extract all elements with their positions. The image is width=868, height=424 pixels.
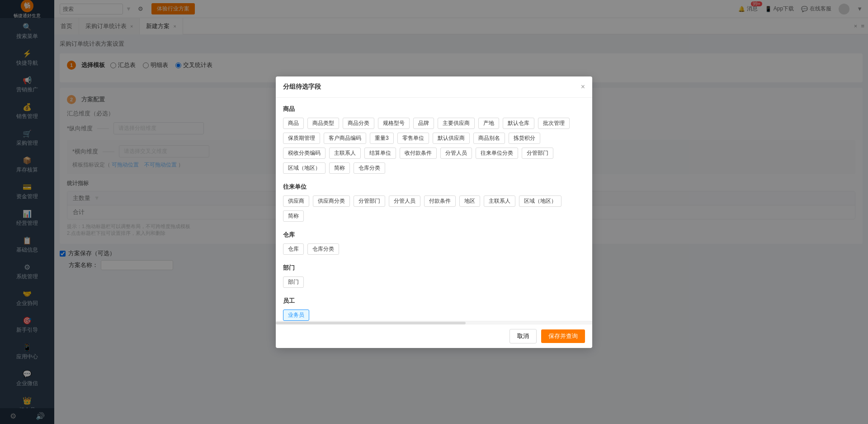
field-tag[interactable]: 产地 bbox=[478, 118, 499, 129]
cancel-button[interactable]: 取消 bbox=[509, 329, 537, 343]
scrollbar-thumb bbox=[276, 322, 466, 324]
modal-body[interactable]: 商品 商品 商品类型 商品分类 规格型号 品牌 主要供应商 产地 默认仓库 批次… bbox=[276, 98, 592, 321]
field-tag[interactable]: 零售单位 bbox=[397, 133, 429, 144]
field-tag[interactable]: 规格型号 bbox=[378, 118, 410, 129]
field-tag[interactable]: 简称 bbox=[283, 210, 304, 222]
section-commodity: 商品 商品 商品类型 商品分类 规格型号 品牌 主要供应商 产地 默认仓库 批次… bbox=[283, 105, 585, 174]
field-tag[interactable]: 税收分类编码 bbox=[283, 148, 326, 159]
section-partner: 往来单位 供应商 供应商分类 分管部门 分管人员 付款条件 地区 主联系人 区域… bbox=[283, 183, 585, 222]
section-partner-title: 往来单位 bbox=[283, 183, 585, 191]
field-tag[interactable]: 区域（地区） bbox=[283, 162, 326, 174]
field-tag[interactable]: 收付款条件 bbox=[400, 148, 437, 159]
field-tag[interactable]: 默认供应商 bbox=[433, 133, 470, 144]
section-commodity-title: 商品 bbox=[283, 105, 585, 113]
field-tag[interactable]: 分管部门 bbox=[354, 195, 385, 207]
section-warehouse: 仓库 仓库 仓库分类 bbox=[283, 231, 585, 255]
field-tag[interactable]: 供应商分类 bbox=[313, 195, 350, 207]
field-tag[interactable]: 主联系人 bbox=[329, 148, 361, 159]
section-warehouse-title: 仓库 bbox=[283, 231, 585, 239]
field-tag[interactable]: 仓库分类 bbox=[354, 162, 385, 174]
field-tag[interactable]: 仓库分类 bbox=[307, 243, 339, 255]
field-tag[interactable]: 区域（地区） bbox=[519, 195, 561, 207]
field-tag[interactable]: 简称 bbox=[329, 162, 350, 174]
section-employee-tags: 业务员 bbox=[283, 310, 585, 321]
modal-footer: 取消 保存并查询 bbox=[276, 324, 592, 348]
horizontal-scrollbar[interactable] bbox=[276, 321, 592, 324]
section-warehouse-tags: 仓库 仓库分类 bbox=[283, 243, 585, 255]
field-tag[interactable]: 供应商 bbox=[283, 195, 309, 207]
field-tag[interactable]: 默认仓库 bbox=[503, 118, 534, 129]
modal-title: 分组待选字段 bbox=[283, 83, 321, 91]
field-tag[interactable]: 分管部门 bbox=[522, 148, 553, 159]
field-tag[interactable]: 分管人员 bbox=[440, 148, 472, 159]
section-department: 部门 部门 bbox=[283, 264, 585, 288]
field-tag[interactable]: 品牌 bbox=[413, 118, 434, 129]
field-tag[interactable]: 拣货积分 bbox=[509, 133, 540, 144]
field-tag[interactable]: 往来单位分类 bbox=[476, 148, 518, 159]
modal-close-btn[interactable]: × bbox=[581, 83, 585, 91]
section-department-tags: 部门 bbox=[283, 276, 585, 288]
field-tag[interactable]: 客户商品编码 bbox=[324, 133, 366, 144]
field-tag[interactable]: 商品类型 bbox=[307, 118, 339, 129]
field-tag[interactable]: 付款条件 bbox=[424, 195, 456, 207]
section-partner-tags: 供应商 供应商分类 分管部门 分管人员 付款条件 地区 主联系人 区域（地区） … bbox=[283, 195, 585, 222]
field-tag[interactable]: 部门 bbox=[283, 276, 304, 288]
modal-overlay: 分组待选字段 × 商品 商品 商品类型 商品分类 规格型号 品牌 主要供应商 产… bbox=[0, 0, 868, 424]
section-department-title: 部门 bbox=[283, 264, 585, 272]
field-tag[interactable]: 商品别名 bbox=[473, 133, 505, 144]
field-tag[interactable]: 批次管理 bbox=[538, 118, 570, 129]
save-query-button[interactable]: 保存并查询 bbox=[541, 329, 585, 343]
field-tag[interactable]: 保质期管理 bbox=[283, 133, 320, 144]
field-tag[interactable]: 商品分类 bbox=[343, 118, 374, 129]
field-tag[interactable]: 商品 bbox=[283, 118, 304, 129]
modal-header: 分组待选字段 × bbox=[276, 76, 592, 98]
field-tag[interactable]: 结算单位 bbox=[364, 148, 396, 159]
section-employee-title: 员工 bbox=[283, 297, 585, 305]
field-tag[interactable]: 仓库 bbox=[283, 243, 304, 255]
field-tag-staff[interactable]: 业务员 bbox=[283, 310, 309, 321]
field-tag[interactable]: 分管人员 bbox=[389, 195, 420, 207]
field-selection-modal: 分组待选字段 × 商品 商品 商品类型 商品分类 规格型号 品牌 主要供应商 产… bbox=[276, 76, 592, 348]
section-commodity-tags: 商品 商品类型 商品分类 规格型号 品牌 主要供应商 产地 默认仓库 批次管理 … bbox=[283, 118, 585, 174]
field-tag[interactable]: 重量3 bbox=[370, 133, 394, 144]
field-tag[interactable]: 主要供应商 bbox=[438, 118, 475, 129]
field-tag[interactable]: 主联系人 bbox=[484, 195, 515, 207]
field-tag[interactable]: 地区 bbox=[459, 195, 480, 207]
section-employee: 员工 业务员 bbox=[283, 297, 585, 321]
